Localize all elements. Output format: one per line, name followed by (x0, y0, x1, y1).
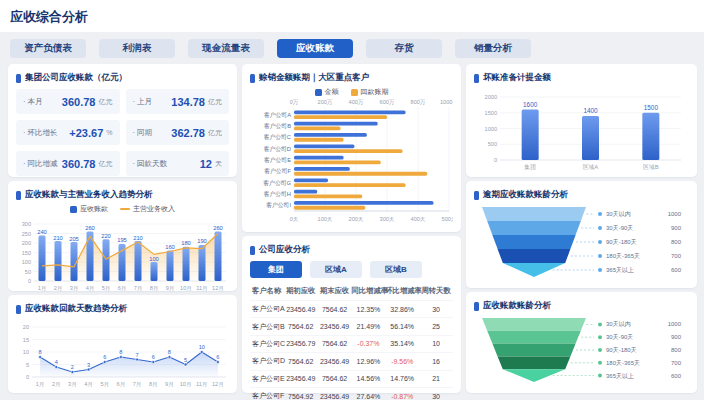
kpi-label: 本月 (23, 97, 43, 107)
x-tick-label: 11月 (196, 285, 207, 292)
legend-label: 365天以上 (606, 373, 634, 379)
bottom-axis-label: 300天 (380, 216, 395, 222)
legend-label: 90天-180天 (606, 347, 637, 353)
point-value-label: 6 (103, 354, 106, 360)
data-point (119, 356, 122, 359)
point-value-label: 5 (184, 357, 187, 363)
table-cell: 客户公司F (250, 387, 284, 400)
table-cell: 7564.62 (318, 335, 352, 352)
x-tick-label: 9月 (165, 381, 174, 388)
x-tick-label: 6月 (117, 381, 126, 388)
table-cell: 客户公司A (250, 301, 284, 318)
table-header-row: 客户名称期初应收期末应收同比增减率环比增减率周转天数 (250, 284, 453, 301)
y-tick-label: 1000 (485, 126, 497, 132)
bar (215, 232, 222, 281)
funnel-slice (492, 344, 575, 357)
table-tab-1[interactable]: 集团 (250, 261, 302, 278)
kpi-unit: 亿元 (99, 97, 113, 107)
nav-tab-5[interactable]: 存货 (366, 39, 442, 58)
funnel-slice (492, 235, 575, 249)
legend-dot-icon (598, 348, 602, 352)
table-cell: 35.14% (385, 335, 419, 352)
table-cell: 56.14% (385, 318, 419, 335)
table-row: 客户公司B7564.6223456.4921.49%56.14%25 (250, 318, 453, 335)
revenue-trend-card: 应收账款与主营业务收入趋势分析 应收账款 主营业务收入 050100150200… (8, 181, 237, 291)
legend-label: 应收账款 (80, 204, 108, 214)
funnel-slice (487, 331, 581, 344)
x-tick-label: 6月 (118, 285, 127, 292)
top-axis-label: 400万 (349, 99, 364, 105)
table-cell: 21.49% (351, 318, 385, 335)
card-title: 集团公司应收账款（亿元） (16, 72, 229, 84)
row-label: 客户公司D (264, 145, 291, 153)
nav-tab-3[interactable]: 现金流量表 (188, 39, 264, 58)
legend-label: 主营业务收入 (133, 204, 175, 214)
nav-tab-2[interactable]: 利润表 (99, 39, 175, 58)
table-cell: 客户公司B (250, 318, 284, 335)
x-tick-label: 10月 (180, 381, 192, 388)
legend-item-amount[interactable]: 金额 (315, 87, 339, 97)
top-axis-label: 600万 (380, 99, 395, 105)
card-title-icon (16, 305, 21, 314)
table-tab-3[interactable]: 区域B (370, 261, 422, 278)
bad-debt-card: 坏账准备计提金额 05001000150020001600集团1400区域A15… (466, 64, 697, 177)
data-point (200, 351, 203, 354)
legend-dot-icon (598, 254, 602, 258)
table-cell: 23456.49 (318, 387, 352, 400)
table-cell: 23456.49 (284, 370, 318, 387)
card-title: 逾期应收账款账龄分析 (474, 189, 689, 201)
kpi-box: 回款天数12天 (126, 151, 230, 176)
legend-label: 90天-180天 (606, 239, 637, 245)
nav-tab-1[interactable]: 资产负债表 (10, 39, 86, 58)
table-cell: 23456.79 (284, 335, 318, 352)
x-tick-label: 7月 (134, 285, 143, 292)
chart-legend: 金额 回款账期 (250, 87, 453, 97)
card-title-text: 逾期应收账款账龄分析 (483, 189, 568, 201)
row-label: 客户公司H (264, 190, 291, 198)
nav-tab-6[interactable]: 销量分析 (455, 39, 531, 58)
legend-label: 180天-365天 (606, 253, 640, 259)
legend-item-term[interactable]: 回款账期 (351, 87, 389, 97)
card-title: 赊销金额账期｜大区重点客户 (250, 72, 453, 84)
table-row: 客户公司C23456.797564.62-0.37%35.14%10 (250, 335, 453, 352)
legend-item-revenue[interactable]: 主营业务收入 (120, 204, 175, 214)
point-value-label: 8 (39, 349, 42, 355)
legend-label: 30天以内 (606, 321, 631, 327)
table-row: 客户公司D7564.6223456.4912.96%-9.56%16 (250, 353, 453, 370)
card-title-icon (474, 74, 479, 83)
funnel-slice (503, 263, 565, 277)
x-tick-label: 3月 (70, 285, 79, 292)
table-cell: 30 (419, 387, 453, 400)
receivable-aging-funnel-svg: 30天以内100030天-90天90090天-180天800180天-365天7… (474, 315, 689, 385)
column-header: 期末应收 (318, 284, 352, 301)
column-header: 客户名称 (250, 284, 284, 301)
card-title-icon (16, 191, 21, 200)
kpi-value: 362.78 (171, 127, 205, 139)
legend-item-receivable[interactable]: 应收账款 (70, 204, 108, 214)
bottom-axis-label: 500天 (442, 216, 453, 222)
bottom-axis-label: 400天 (411, 216, 426, 222)
x-tick-label: 1月 (38, 285, 47, 292)
kpi-value: 360.78 (62, 158, 96, 170)
bar-value-label: 190 (197, 238, 207, 244)
y-tick-label: 100 (22, 259, 31, 265)
point-value-label: 4 (55, 359, 58, 365)
table-tab-2[interactable]: 区域A (310, 261, 362, 278)
table-row: 客户公司E23456.497564.6214.56%14.76%21 (250, 370, 453, 387)
x-tick-label: 2月 (52, 381, 61, 388)
x-tick-label: 7月 (133, 381, 142, 388)
data-point (184, 363, 187, 366)
y-tick-label: 0 (26, 374, 29, 380)
card-title-text: 应收账款与主营业务收入趋势分析 (25, 189, 153, 201)
bar-value-label: 260 (213, 225, 223, 231)
row-label: 客户公司E (264, 156, 291, 164)
nav-tab-4[interactable]: 应收账款 (277, 39, 353, 58)
legend-value: 800 (671, 239, 682, 245)
table-cell: 16 (419, 353, 453, 370)
x-tick-label: 4月 (84, 381, 93, 388)
term-bar (294, 149, 403, 153)
table-cell: 客户公司D (250, 353, 284, 370)
x-tick-label: 区域A (583, 163, 599, 170)
bar-value-label: 260 (85, 225, 95, 231)
table-cell: 7564.92 (284, 387, 318, 400)
